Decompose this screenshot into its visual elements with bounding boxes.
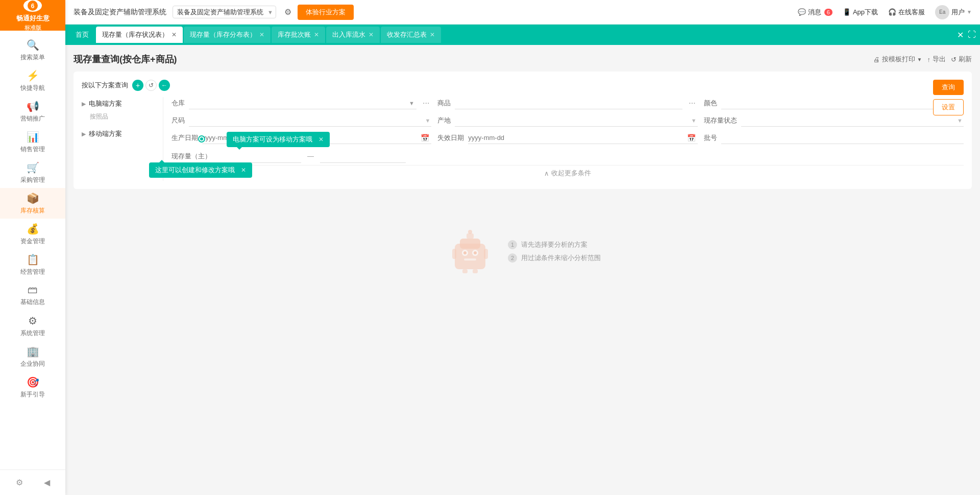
empty-hint-1: 1 请先选择要分析的方案 bbox=[508, 240, 601, 249]
tooltip-desktop-close[interactable]: ✕ bbox=[318, 136, 324, 143]
system-icon: ⚙ bbox=[28, 315, 37, 327]
support-icon: 🎧 bbox=[888, 8, 896, 16]
tab-batch-ledger[interactable]: 库存批次账 ✕ bbox=[272, 27, 325, 43]
sidebar-item-label: 搜索菜单 bbox=[20, 53, 45, 62]
query-button[interactable]: 查询 bbox=[933, 80, 964, 95]
content-area: 现存量查询(按仓库+商品) 🖨 按模板打印 ▼ ↑ 导出 ↺ 刷新 bbox=[65, 45, 980, 495]
refresh-scheme-button[interactable]: ↺ bbox=[145, 80, 157, 91]
online-support-button[interactable]: 🎧 在线客服 bbox=[888, 8, 925, 17]
tabs-bar: 首页 现存量（库存状况表） ✕ 现存量（库存分布表） ✕ 库存批次账 ✕ 出入库… bbox=[65, 25, 980, 45]
arrow-scheme-button[interactable]: ← bbox=[159, 80, 170, 91]
app-download-button[interactable]: 📱 App下载 bbox=[843, 8, 878, 17]
sidebar-item-basic[interactable]: 🗃 基础信息 bbox=[0, 280, 65, 311]
sidebar-item-search[interactable]: 🔍 搜索菜单 bbox=[0, 35, 65, 65]
sidebar-item-enterprise[interactable]: 🏢 企业协同 bbox=[0, 341, 65, 372]
print-icon: 🖨 bbox=[873, 56, 880, 63]
stock-status-label: 现存量状态 bbox=[704, 116, 737, 125]
goods-input[interactable] bbox=[455, 97, 682, 109]
prod-date-calendar-icon[interactable]: 📅 bbox=[421, 134, 429, 142]
tab-inventory-status-close[interactable]: ✕ bbox=[172, 31, 177, 38]
collapse-btn[interactable]: ∧ 收起更多条件 bbox=[172, 165, 964, 181]
tabs-close-all-button[interactable]: ✕ bbox=[957, 30, 964, 40]
sidebar-item-system[interactable]: ⚙ 系统管理 bbox=[0, 311, 65, 341]
tabs-fullscreen-button[interactable]: ⛶ bbox=[968, 30, 976, 40]
mobile-scheme-item[interactable]: ▶ 移动端方案 bbox=[82, 127, 157, 140]
logo-icon: 6 bbox=[23, 0, 42, 12]
refresh-button[interactable]: ↺ 刷新 bbox=[951, 55, 972, 64]
sidebar-item-label: 企业协同 bbox=[20, 360, 45, 368]
sidebar-item-label: 快捷导航 bbox=[20, 84, 45, 92]
system-title: 装备及固定资产辅助管理系统 bbox=[74, 8, 166, 17]
message-label: 消息 bbox=[808, 8, 821, 17]
sidebar-item-operation[interactable]: 📋 经营管理 bbox=[0, 249, 65, 280]
sidebar-item-quicknav[interactable]: ⚡ 快捷导航 bbox=[0, 65, 65, 96]
sidebar-item-finance[interactable]: 💰 资金管理 bbox=[0, 219, 65, 249]
svg-rect-3 bbox=[460, 239, 480, 249]
sales-icon: 📊 bbox=[27, 131, 39, 143]
empty-hint-2: 2 用过滤条件来缩小分析范围 bbox=[508, 253, 601, 263]
tooltip-desktop-scheme: 电脑方案可设为移动方案哦 ✕ bbox=[227, 132, 330, 147]
filter-header: 按以下方案查询 + ↺ ← bbox=[82, 80, 964, 91]
sidebar-item-label: 系统管理 bbox=[20, 329, 45, 338]
tab-inout-flow[interactable]: 出入库流水 ✕ bbox=[326, 27, 380, 43]
filter-header-label: 按以下方案查询 bbox=[82, 81, 128, 90]
sidebar-item-guide[interactable]: 🎯 新手引导 bbox=[0, 372, 65, 403]
desktop-scheme-item[interactable]: ▶ 电脑端方案 bbox=[82, 97, 157, 110]
tab-inventory-dist-close[interactable]: ✕ bbox=[259, 31, 264, 38]
reset-button[interactable]: 设置 bbox=[933, 99, 964, 115]
sidebar-item-inventory[interactable]: 📦 库存核算 bbox=[0, 188, 65, 219]
tab-recv-summary-close[interactable]: ✕ bbox=[430, 31, 435, 38]
batch-input[interactable] bbox=[721, 132, 964, 144]
exp-date-calendar-icon[interactable]: 📅 bbox=[687, 134, 696, 142]
app-download-icon: 📱 bbox=[843, 8, 851, 16]
collapse-icon[interactable]: ◀ bbox=[44, 478, 50, 487]
stock-status-select[interactable] bbox=[741, 114, 964, 126]
tooltip-create-close[interactable]: ✕ bbox=[241, 167, 246, 174]
stock-main-from-input[interactable] bbox=[215, 152, 301, 160]
tab-inventory-status[interactable]: 现存量（库存状况表） ✕ bbox=[96, 27, 183, 43]
page-title: 现存量查询(按仓库+商品) bbox=[74, 53, 177, 65]
exp-date-input[interactable] bbox=[468, 132, 697, 144]
user-menu[interactable]: Ea 用户 ▼ bbox=[935, 5, 972, 19]
tab-batch-ledger-close[interactable]: ✕ bbox=[314, 31, 319, 38]
hint-2-num: 2 bbox=[508, 253, 517, 263]
goods-more-icon[interactable]: ··· bbox=[687, 99, 697, 108]
message-button[interactable]: 💬 消息 6 bbox=[798, 8, 832, 17]
size-select[interactable] bbox=[189, 114, 431, 126]
tab-inout-flow-close[interactable]: ✕ bbox=[369, 31, 374, 38]
sidebar-nav: 🔍 搜索菜单 ⚡ 快捷导航 📢 营销推广 📊 销售管理 🛒 采购管理 📦 库存核… bbox=[0, 31, 65, 469]
export-label: 导出 bbox=[933, 55, 946, 64]
stock-main-to-wrapper bbox=[320, 149, 406, 163]
prod-date-label: 生产日期 bbox=[172, 133, 198, 143]
warehouse-more-icon[interactable]: ··· bbox=[421, 99, 431, 108]
desktop-scheme-children: 按照品 bbox=[82, 110, 157, 123]
print-button[interactable]: 🖨 按模板打印 ▼ bbox=[873, 55, 922, 64]
connector-dot bbox=[199, 136, 204, 142]
scheme-item-default[interactable]: 按照品 bbox=[90, 110, 157, 123]
color-label: 颜色 bbox=[704, 99, 717, 108]
origin-select[interactable] bbox=[455, 114, 697, 126]
settings-icon[interactable]: ⚙ bbox=[16, 478, 23, 487]
exp-industry-button[interactable]: 体验行业方案 bbox=[298, 5, 354, 20]
tab-inventory-dist[interactable]: 现存量（库存分布表） ✕ bbox=[184, 27, 271, 43]
size-select-wrapper: ▼ bbox=[189, 114, 431, 127]
color-select[interactable] bbox=[721, 97, 964, 109]
tab-recv-summary[interactable]: 收发存汇总表 ✕ bbox=[381, 27, 441, 43]
sidebar: 6 畅通好生意 标准版 🔍 搜索菜单 ⚡ 快捷导航 📢 营销推广 📊 销售管理 … bbox=[0, 0, 65, 495]
sidebar-item-purchase[interactable]: 🛒 采购管理 bbox=[0, 157, 65, 188]
sidebar-item-sales[interactable]: 📊 销售管理 bbox=[0, 127, 65, 157]
add-scheme-button[interactable]: + bbox=[132, 80, 143, 91]
system-select[interactable]: 装备及固定资产辅助管理系统 bbox=[173, 6, 276, 18]
user-chevron-icon: ▼ bbox=[967, 9, 972, 15]
svg-rect-13 bbox=[467, 233, 474, 239]
settings-gear-icon[interactable]: ⚙ bbox=[284, 7, 291, 17]
warehouse-select[interactable] bbox=[189, 97, 416, 109]
sidebar-item-marketing[interactable]: 📢 营销推广 bbox=[0, 96, 65, 127]
desktop-toggle-icon: ▶ bbox=[82, 101, 86, 107]
support-label: 在线客服 bbox=[898, 8, 925, 17]
goods-input-wrapper bbox=[455, 97, 682, 109]
stock-main-to-input[interactable] bbox=[320, 152, 406, 160]
export-button[interactable]: ↑ 导出 bbox=[927, 55, 946, 64]
tab-home[interactable]: 首页 bbox=[69, 27, 95, 43]
svg-rect-9 bbox=[452, 249, 456, 259]
